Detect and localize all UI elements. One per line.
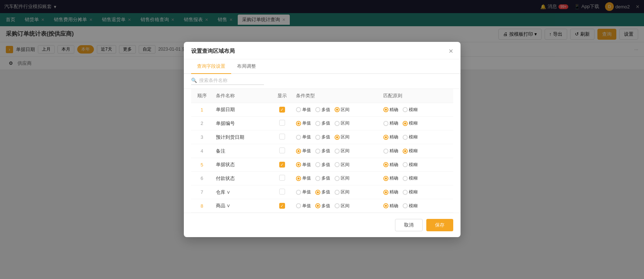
- settings-dialog: 设置查询区域布局 ✕ 查询字段设置 布局调整 🔍: [184, 42, 461, 70]
- modal-overlay: 设置查询区域布局 ✕ 查询字段设置 布局调整 🔍: [0, 0, 644, 70]
- dialog-tabs: 查询字段设置 布局调整: [184, 59, 461, 70]
- dialog-header: 设置查询区域布局 ✕: [184, 42, 461, 59]
- tab-query-fields[interactable]: 查询字段设置: [191, 59, 231, 70]
- dialog-title: 设置查询区域布局: [191, 48, 235, 55]
- dialog-close-btn[interactable]: ✕: [449, 48, 453, 55]
- tab-layout-adjust[interactable]: 布局调整: [231, 59, 262, 70]
